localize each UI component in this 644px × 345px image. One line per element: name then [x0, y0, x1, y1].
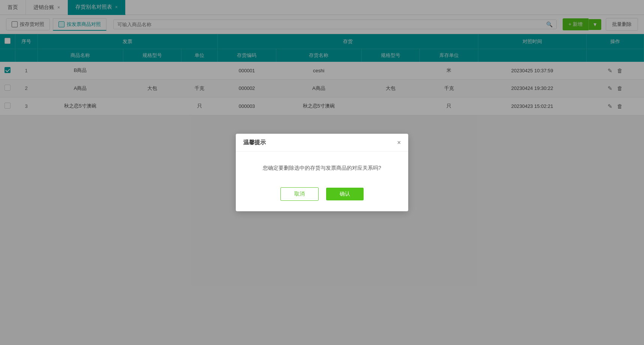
dialog-overlay: 温馨提示 × 您确定要删除选中的存货与发票商品的对应关系吗? 取消 确认 — [0, 0, 644, 115]
